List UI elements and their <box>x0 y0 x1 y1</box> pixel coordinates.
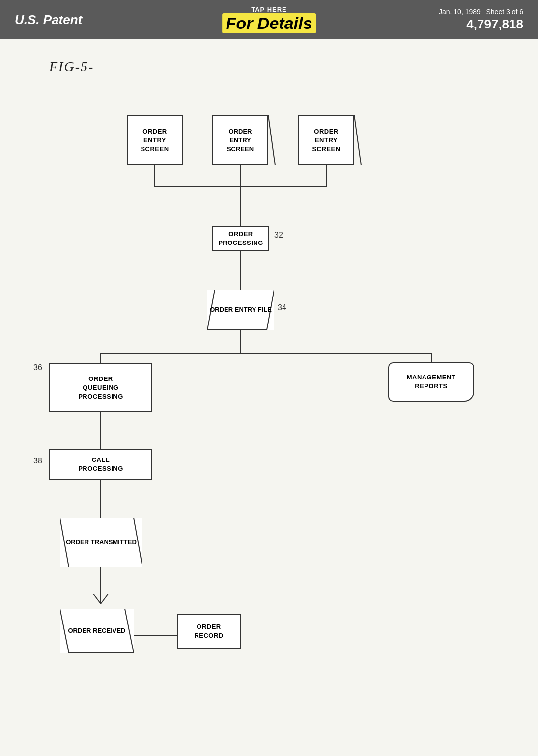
content-area: FIG-5- ORDER ENTRY SCREEN ORDER ENTRY SC… <box>0 39 538 756</box>
tap-here-label: TAP HERE <box>251 6 287 13</box>
header-right: Jan. 10, 1989 Sheet 3 of 6 4,797,818 <box>439 8 523 32</box>
svg-line-14 <box>93 594 101 604</box>
order-entry-screen-2: ORDER ENTRY SCREEN <box>212 115 268 165</box>
figure-label: FIG-5- <box>49 59 94 75</box>
order-entry-file-box: ORDER ENTRY FILE <box>207 290 274 330</box>
ref-32: 32 <box>274 231 283 240</box>
svg-line-17 <box>268 115 275 165</box>
ref-38: 38 <box>33 457 42 465</box>
ref-36: 36 <box>33 363 42 372</box>
header-center[interactable]: TAP HERE For Details <box>222 6 316 33</box>
date-text: Jan. 10, 1989 Sheet 3 of 6 <box>439 8 523 16</box>
svg-line-15 <box>101 594 108 604</box>
order-transmitted-box: ORDER TRANSMITTED <box>60 518 142 567</box>
order-queueing-box: ORDER QUEUEING PROCESSING <box>49 363 152 412</box>
order-received-box: ORDER RECEIVED <box>60 609 134 653</box>
patent-label: U.S. Patent <box>15 12 82 27</box>
for-details-button[interactable]: For Details <box>222 13 316 33</box>
svg-line-18 <box>354 115 361 165</box>
ref-34: 34 <box>278 303 286 312</box>
page-header: U.S. Patent TAP HERE For Details Jan. 10… <box>0 0 538 39</box>
call-processing-box: CALL PROCESSING <box>49 449 152 480</box>
management-reports-box: MANAGEMENT REPORTS <box>388 362 474 402</box>
patent-number: 4,797,818 <box>466 17 523 32</box>
order-entry-screen-3: ORDER ENTRY SCREEN <box>298 115 354 165</box>
order-processing-box: ORDER PROCESSING <box>212 226 269 251</box>
order-entry-screen-1: ORDER ENTRY SCREEN <box>127 115 183 165</box>
order-record-box: ORDER RECORD <box>177 614 241 649</box>
